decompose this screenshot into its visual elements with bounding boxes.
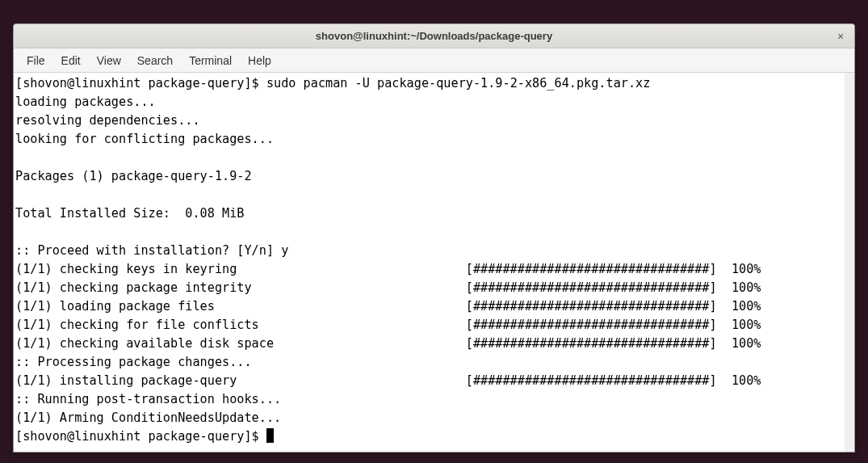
output-line: :: Running post-transaction hooks... bbox=[15, 392, 281, 406]
terminal-area[interactable]: [shovon@linuxhint package-query]$ sudo p… bbox=[14, 73, 854, 452]
scrollbar[interactable] bbox=[845, 73, 854, 452]
output-line: (1/1) checking package integrity [######… bbox=[15, 280, 761, 295]
output-line: :: Proceed with installation? [Y/n] y bbox=[15, 243, 288, 258]
command: sudo pacman -U package-query-1.9-2-x86_6… bbox=[266, 76, 650, 90]
prompt: [shovon@linuxhint package-query]$ bbox=[15, 76, 266, 90]
menu-view[interactable]: View bbox=[89, 51, 129, 70]
output-line: :: Processing package changes... bbox=[15, 355, 252, 369]
output-line: resolving dependencies... bbox=[15, 113, 200, 128]
cursor-icon bbox=[266, 428, 274, 443]
output-line: Total Installed Size: 0.08 MiB bbox=[15, 206, 244, 221]
menu-edit[interactable]: Edit bbox=[53, 51, 89, 70]
output-line: (1/1) installing package-query [########… bbox=[15, 373, 761, 388]
menu-terminal[interactable]: Terminal bbox=[181, 51, 240, 70]
output-line: Packages (1) package-query-1.9-2 bbox=[15, 169, 252, 183]
output-line: (1/1) checking for file conflicts [#####… bbox=[15, 318, 761, 332]
menu-help[interactable]: Help bbox=[240, 51, 279, 70]
menu-file[interactable]: File bbox=[19, 51, 53, 70]
output-line: (1/1) loading package files [###########… bbox=[15, 299, 761, 314]
prompt: [shovon@linuxhint package-query]$ bbox=[15, 429, 266, 444]
output-line: (1/1) checking keys in keyring [########… bbox=[15, 262, 761, 276]
output-line: (1/1) checking available disk space [###… bbox=[15, 336, 761, 351]
output-line: looking for conflicting packages... bbox=[15, 132, 274, 146]
menu-search[interactable]: Search bbox=[129, 51, 181, 70]
menubar: File Edit View Search Terminal Help bbox=[14, 48, 854, 73]
output-line: loading packages... bbox=[15, 95, 156, 109]
output-line: (1/1) Arming ConditionNeedsUpdate... bbox=[15, 410, 281, 425]
titlebar: shovon@linuxhint:~/Downloads/package-que… bbox=[14, 24, 854, 48]
close-icon[interactable]: × bbox=[833, 29, 848, 44]
terminal-window: shovon@linuxhint:~/Downloads/package-que… bbox=[13, 23, 855, 452]
window-title: shovon@linuxhint:~/Downloads/package-que… bbox=[316, 30, 552, 42]
